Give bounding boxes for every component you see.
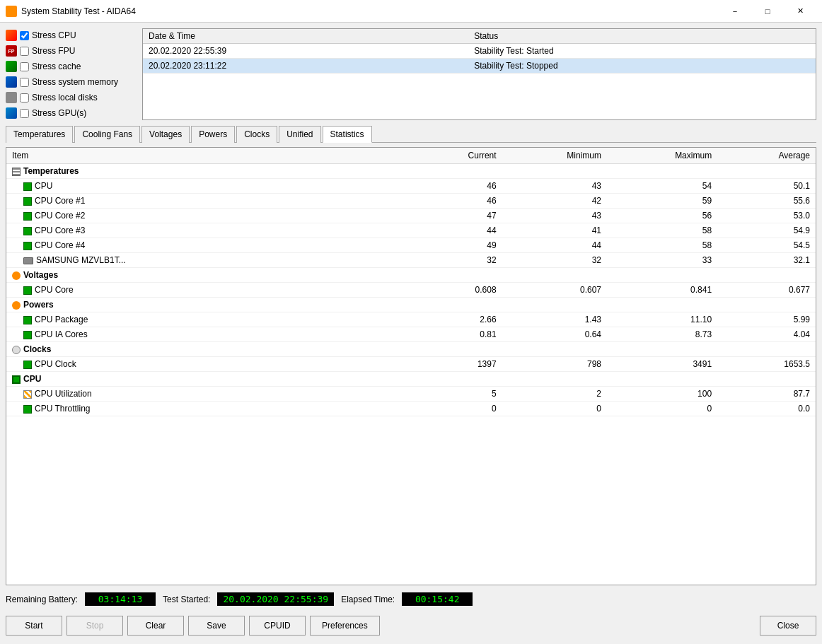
col-current: Current [411, 148, 502, 164]
stress-gpu-option[interactable]: Stress GPU(s) [6, 106, 137, 120]
stats-item-name: CPU Core #4 [6, 238, 411, 253]
stress-fpu-checkbox[interactable] [20, 47, 29, 56]
green-icon [23, 331, 32, 339]
stats-minimum: 32 [502, 253, 607, 268]
stats-section-header: Powers [6, 298, 816, 312]
close-window-button[interactable]: ✕ [784, 0, 816, 23]
log-status: Stability Test: Started [468, 44, 816, 59]
tabs-container: TemperaturesCooling FansVoltagesPowersCl… [6, 126, 816, 143]
stats-maximum: 0 [607, 402, 717, 416]
log-row[interactable]: 20.02.2020 23:11:22Stability Test: Stopp… [143, 59, 816, 74]
stats-current: 5 [411, 387, 502, 402]
stats-minimum: 1.43 [502, 312, 607, 327]
stress-disk-label[interactable]: Stress local disks [32, 93, 98, 103]
stats-panel[interactable]: Item Current Minimum Maximum Average Tem… [6, 147, 816, 585]
maximize-button[interactable]: □ [751, 0, 784, 23]
green-icon [23, 182, 32, 191]
stress-fpu-option[interactable]: FP Stress FPU [6, 44, 137, 58]
stats-maximum: 3491 [607, 357, 717, 372]
stats-section-header: Temperatures [6, 164, 816, 179]
tab-cooling-fans[interactable]: Cooling Fans [74, 126, 140, 143]
stats-average: 50.1 [717, 179, 816, 194]
stress-cache-label[interactable]: Stress cache [32, 62, 81, 71]
tab-temperatures[interactable]: Temperatures [6, 126, 73, 143]
stats-minimum: 0.607 [502, 283, 607, 298]
stats-current: 1397 [411, 357, 502, 372]
save-button[interactable]: Save [188, 616, 245, 636]
stats-average: 54.5 [717, 238, 816, 253]
tab-unified[interactable]: Unified [279, 126, 320, 143]
green-icon [23, 212, 32, 221]
log-col-status: Status [468, 29, 816, 44]
stress-disk-option[interactable]: Stress local disks [6, 90, 137, 105]
clear-button[interactable]: Clear [127, 616, 184, 636]
test-started-value: 20.02.2020 22:55:39 [217, 592, 334, 606]
stats-row: CPU Package 2.66 1.43 11.10 5.99 [6, 312, 816, 327]
stats-average: 55.6 [717, 194, 816, 209]
stats-item-name: CPU Core #1 [6, 194, 411, 209]
status-bar: Remaining Battery: 03:14:13 Test Started… [6, 590, 816, 609]
stats-maximum: 58 [607, 238, 717, 253]
log-datetime: 20.02.2020 22:55:39 [143, 44, 468, 59]
stats-item-name: CPU IA Cores [6, 327, 411, 342]
stats-average: 87.7 [717, 387, 816, 402]
app-icon [6, 6, 17, 17]
col-item: Item [6, 148, 411, 164]
stop-button[interactable]: Stop [66, 616, 123, 636]
stats-minimum: 43 [502, 179, 607, 194]
tab-statistics[interactable]: Statistics [323, 126, 372, 143]
stats-minimum: 0 [502, 402, 607, 416]
stats-table: Item Current Minimum Maximum Average Tem… [6, 148, 816, 416]
stats-item-name: CPU Utilization [6, 387, 411, 402]
green-icon [23, 361, 32, 369]
stress-disk-checkbox[interactable] [20, 93, 29, 103]
stats-row: CPU Core #2 47 43 56 53.0 [6, 209, 816, 223]
stats-item-name: CPU [6, 179, 411, 194]
window-title: System Stability Test - AIDA64 [21, 6, 719, 16]
stats-row: CPU IA Cores 0.81 0.64 8.73 4.04 [6, 327, 816, 342]
stress-memory-option[interactable]: Stress system memory [6, 75, 137, 89]
green-icon [23, 405, 32, 414]
stats-current: 0 [411, 402, 502, 416]
stress-gpu-label[interactable]: Stress GPU(s) [32, 108, 86, 118]
stats-maximum: 59 [607, 194, 717, 209]
stats-average: 0.677 [717, 283, 816, 298]
stats-average: 5.99 [717, 312, 816, 327]
stress-memory-checkbox[interactable] [20, 78, 29, 87]
minimize-button[interactable]: − [719, 0, 751, 23]
window-controls: − □ ✕ [719, 0, 816, 23]
stats-maximum: 56 [607, 209, 717, 223]
stress-cpu-checkbox[interactable] [20, 31, 29, 40]
stats-minimum: 798 [502, 357, 607, 372]
tab-powers[interactable]: Powers [191, 126, 235, 143]
stress-cpu-label[interactable]: Stress CPU [32, 30, 76, 40]
log-row[interactable]: 20.02.2020 22:55:39Stability Test: Start… [143, 44, 816, 59]
stress-memory-label[interactable]: Stress system memory [32, 77, 118, 87]
stress-cpu-option[interactable]: Stress CPU [6, 28, 137, 42]
col-average: Average [717, 148, 816, 164]
test-started-label: Test Started: [163, 595, 210, 604]
stress-memory-icon [6, 76, 17, 88]
stats-item-name: CPU Package [6, 312, 411, 327]
tab-clocks[interactable]: Clocks [236, 126, 277, 143]
log-panel: Date & Time Status 20.02.2020 22:55:39St… [142, 28, 816, 120]
remaining-battery-label: Remaining Battery: [6, 595, 78, 604]
stats-minimum: 42 [502, 194, 607, 209]
stress-gpu-checkbox[interactable] [20, 109, 29, 118]
top-section: Stress CPU FP Stress FPU Stress cache St… [6, 28, 816, 120]
stats-item-name: CPU Clock [6, 357, 411, 372]
stress-cache-checkbox[interactable] [20, 62, 29, 71]
green-icon [23, 242, 32, 250]
stress-fpu-label[interactable]: Stress FPU [32, 46, 75, 56]
stats-maximum: 33 [607, 253, 717, 268]
stats-item-name: CPU Core #3 [6, 223, 411, 238]
cpuid-button[interactable]: CPUID [249, 616, 306, 636]
col-maximum: Maximum [607, 148, 717, 164]
tab-voltages[interactable]: Voltages [141, 126, 190, 143]
close-button[interactable]: Close [760, 616, 816, 636]
preferences-button[interactable]: Preferences [310, 616, 380, 636]
start-button[interactable]: Start [6, 616, 62, 636]
stats-section-header: CPU [6, 372, 816, 387]
stress-cache-option[interactable]: Stress cache [6, 59, 137, 74]
stats-average: 1653.5 [717, 357, 816, 372]
